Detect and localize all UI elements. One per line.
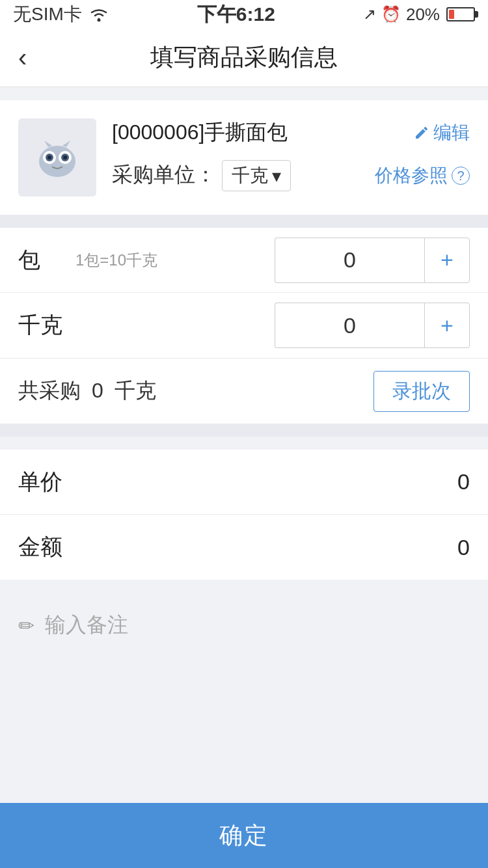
total-amount: 0 — [92, 379, 103, 402]
product-card: [0000006]手撕面包 编辑 采购单位： 千克 ▾ 价格参照 ? — [0, 100, 488, 215]
kg-label: 千克 — [18, 310, 70, 340]
price-ref-help-icon: ? — [452, 167, 470, 185]
nav-bar: ‹ 填写商品采购信息 — [0, 29, 488, 87]
bao-plus-button[interactable]: + — [424, 237, 470, 283]
product-info: [0000006]手撕面包 编辑 采购单位： 千克 ▾ 价格参照 ? — [112, 118, 470, 191]
kg-input-right: + — [275, 303, 470, 348]
product-name: [0000006]手撕面包 — [112, 118, 288, 147]
section-divider-1 — [0, 215, 488, 228]
battery-icon — [446, 7, 475, 21]
status-left: 无SIM卡 — [13, 2, 109, 27]
owl-logo-icon — [34, 134, 81, 181]
back-button[interactable]: ‹ — [18, 43, 27, 72]
unit-price-value: 0 — [457, 469, 470, 495]
status-time: 下午6:12 — [197, 1, 275, 28]
batch-record-button[interactable]: 录批次 — [373, 371, 470, 412]
bao-input-right: + — [275, 237, 470, 283]
battery-percent: 20% — [406, 5, 440, 25]
product-title-row: [0000006]手撕面包 编辑 — [112, 118, 470, 147]
edit-icon — [414, 125, 429, 141]
bottom-area — [0, 658, 488, 788]
total-label-group: 共采购 0 千克 — [18, 377, 156, 405]
kg-input-row: 千克 + — [0, 293, 488, 358]
carrier-label: 无SIM卡 — [13, 2, 82, 27]
kg-quantity-input[interactable] — [275, 303, 424, 348]
svg-point-6 — [47, 156, 51, 159]
unit-label: 采购单位： — [112, 163, 216, 186]
unit-select[interactable]: 千克 ▾ — [222, 160, 291, 191]
total-prefix: 共采购 — [18, 379, 81, 402]
svg-point-0 — [97, 19, 100, 22]
total-price-value: 0 — [457, 535, 470, 560]
total-price-label: 金额 — [18, 532, 62, 562]
remark-section[interactable]: ✏ 输入备注 — [0, 593, 488, 658]
alarm-icon: ⏰ — [381, 5, 401, 23]
bao-label: 包 — [18, 245, 70, 275]
remark-placeholder: 输入备注 — [45, 611, 128, 640]
pencil-icon: ✏ — [18, 614, 34, 637]
total-price-row: 金额 0 — [0, 515, 488, 580]
unit-price-label: 单价 — [18, 467, 62, 497]
unit-price-row: 单价 0 — [0, 450, 488, 515]
confirm-button[interactable]: 确定 — [0, 803, 488, 868]
input-section: 包 1包=10千克 + 千克 + — [0, 228, 488, 358]
page-title: 填写商品采购信息 — [150, 42, 338, 74]
price-reference-button[interactable]: 价格参照 ? — [375, 163, 470, 188]
product-thumbnail — [18, 118, 96, 197]
svg-point-7 — [63, 156, 67, 159]
edit-button[interactable]: 编辑 — [414, 120, 470, 145]
wifi-icon — [88, 7, 109, 21]
total-row: 共采购 0 千克 录批次 — [0, 359, 488, 424]
total-section: 共采购 0 千克 录批次 — [0, 358, 488, 424]
status-bar: 无SIM卡 下午6:12 ↗ ⏰ 20% — [0, 0, 488, 29]
purchase-unit-row: 采购单位： 千克 ▾ 价格参照 ? — [112, 160, 470, 191]
status-right: ↗ ⏰ 20% — [363, 5, 475, 25]
bao-hint: 1包=10千克 — [75, 250, 157, 271]
bao-quantity-input[interactable] — [275, 237, 424, 283]
total-unit: 千克 — [115, 379, 156, 402]
location-icon: ↗ — [363, 5, 376, 23]
kg-plus-button[interactable]: + — [424, 303, 470, 348]
price-section: 单价 0 金额 0 — [0, 450, 488, 580]
unit-label-group: 采购单位： 千克 ▾ — [112, 160, 291, 191]
bao-input-row: 包 1包=10千克 + — [0, 228, 488, 293]
section-divider-2 — [0, 424, 488, 437]
